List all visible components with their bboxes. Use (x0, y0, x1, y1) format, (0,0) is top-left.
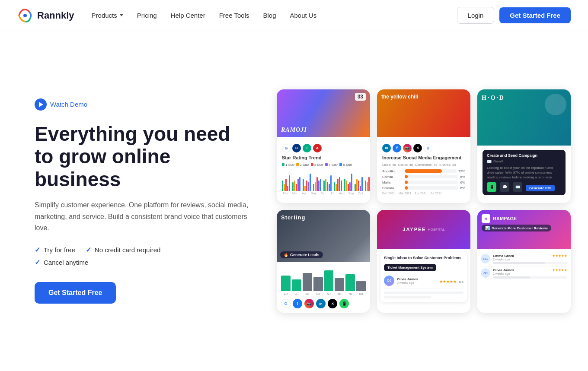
hod-card-body: Create and Send Campaign ✉️ Gmail Lookin… (477, 146, 571, 203)
placeholder-bar-2 (384, 296, 431, 298)
campaign-box: Create and Send Campaign ✉️ Gmail Lookin… (483, 150, 566, 196)
check-cancel: ✓ Cancel anytime (35, 258, 88, 266)
reviewer-time-1: 2 weeks ago (397, 281, 418, 284)
nav-links: Products Pricing Help Center Free Tools … (92, 12, 317, 19)
card-rampage: R RAMPAGE 📊 Generate More Customer Revie… (477, 210, 571, 313)
nav-help-center[interactable]: Help Center (171, 12, 205, 19)
reviewer-info-1: Olivia James 2 weeks ago (397, 277, 418, 284)
instagram-icon-2: 📷 (304, 299, 314, 308)
nav-about-us[interactable]: About Us (290, 12, 317, 19)
navbar-right: Login Get Started Free (457, 7, 571, 24)
inbox-title: Single Inbox to Solve Customer Problems (384, 256, 463, 261)
svg-point-0 (23, 14, 27, 17)
rampage-review-1: EG Emma Greek ★★★★★ 2 weeks ago (481, 252, 567, 266)
jaypee-subtitle: HOSPITAL (428, 228, 445, 231)
jaypee-brand: JAYPEE (403, 227, 426, 232)
card-sterling: Sterling 🔥 Generate Leads 1D2D3D4D5D6D7D… (277, 210, 370, 313)
sterling-brand: Sterling (281, 214, 305, 221)
logo[interactable]: Rannkly (17, 8, 74, 23)
whatsapp-icon-2: 📱 (339, 299, 349, 308)
logo-icon (17, 8, 33, 23)
checkmark-icon-3: ✓ (35, 258, 40, 266)
nav-cta-button[interactable]: Get Started Free (499, 7, 571, 23)
reviewer-avatar-1: OJ (384, 276, 394, 286)
review-bar-2 (493, 276, 567, 279)
bar-row-malia: Malia 6% (382, 181, 465, 184)
review-avatar-1: EG (481, 254, 490, 263)
review-avatar-2: OJ (481, 268, 490, 278)
leads-x-labels: 1D2D3D4D5D6D7D8D (281, 292, 366, 295)
flame-icon: 🔥 (284, 253, 288, 257)
star-rating-chart (282, 169, 365, 191)
sterling-social-icons: G f 📷 in ✕ 📱 (281, 299, 366, 308)
yelp-icon: A (313, 144, 322, 152)
chart-x-labels: FebMarAprMayJunJulAugSepOct (282, 192, 365, 195)
review-name-1: Emma Greek (493, 254, 514, 258)
facebook-icon: f (393, 144, 401, 152)
review-content-2: Olivia James ★★★★★ 2 weeks ago (493, 268, 567, 279)
check-row-2: ✓ Cancel anytime (35, 258, 259, 266)
hero-checks: ✓ Try for free ✓ No credit card required… (35, 246, 259, 266)
engagement-bars: Angelika 72% Camila 6% Malia 6% (382, 169, 465, 190)
hod-brand: H·O·D (482, 94, 505, 101)
hero-cards-grid: 33 RAMOJI G B T A Star Rating Trend 1 St… (277, 89, 571, 313)
check-row-1: ✓ Try for free ✓ No credit card required (35, 246, 259, 254)
review-stars-1: ★★★★★ (552, 254, 567, 258)
divider (384, 289, 463, 289)
navbar-left: Rannkly Products Pricing Help Center Fre… (17, 8, 316, 23)
checkmark-icon: ✓ (35, 246, 40, 254)
rampage-logo-box: R (482, 214, 490, 223)
ramoji-num: 33 (355, 93, 366, 101)
nav-pricing[interactable]: Pricing (137, 12, 157, 19)
gmail-body-text: Looking to boost your online reputation … (487, 165, 561, 180)
navbar: Rannkly Products Pricing Help Center Fre… (0, 0, 588, 31)
twitter-icon: ✕ (413, 144, 422, 152)
rating-stars-1: ★★★★★ 5/5 (439, 277, 463, 285)
nav-blog[interactable]: Blog (263, 12, 276, 19)
linkedin-icon: in (382, 144, 391, 152)
rampage-review-2: OJ Olivia James ★★★★★ 2 weeks ago (481, 266, 567, 280)
linkedin-icon-2: in (316, 299, 326, 308)
nav-free-tools[interactable]: Free Tools (219, 12, 249, 19)
rampage-brand-row: R RAMPAGE (482, 214, 517, 223)
watch-demo-button[interactable]: Watch Demo (35, 98, 87, 111)
rampage-brand: RAMPAGE (493, 216, 517, 221)
yellowchili-social-icons: in f 📷 ✕ G (382, 144, 465, 152)
review-bar-fill-2 (493, 276, 530, 279)
review-content-1: Emma Greek ★★★★★ 2 weeks ago (493, 254, 567, 264)
action-icons: 📱 💬 ✉️ Generate ROI (487, 182, 561, 192)
legend-4star: 4 Star (325, 163, 338, 167)
booking-icon: B (292, 144, 301, 152)
sterling-card-body: 1D2D3D4D5D6D7D8D G f 📷 in ✕ 📱 (277, 262, 370, 313)
login-button[interactable]: Login (457, 7, 495, 24)
hero-headline: Everything you need to grow online busin… (35, 123, 259, 191)
card-jaypee: JAYPEE HOSPITAL Single Inbox to Solve Cu… (377, 210, 470, 313)
whatsapp-icon: 📱 (487, 182, 496, 192)
hero-cta-button[interactable]: Get Started Free (35, 282, 116, 304)
social-stats: Likes: 45 Clicks: 46 Comments: 45 Shares… (382, 163, 465, 167)
campaign-title: Create and Send Campaign (487, 153, 561, 158)
google-icon: G (282, 144, 291, 152)
facebook-icon-2: f (293, 299, 302, 308)
review-bar-1 (493, 262, 567, 264)
hero-left: Watch Demo Everything you need to grow o… (35, 98, 259, 304)
hero-subtext: Simplify customer experience. One platfo… (35, 200, 259, 234)
yellowchili-card-body: in f 📷 ✕ G Increase Social Media Engagem… (377, 137, 470, 200)
review-time-2: 2 weeks ago (493, 272, 567, 275)
brand-name: Rannkly (37, 10, 74, 21)
legend-2star: 2 Star (296, 163, 309, 167)
review-bar-fill-1 (493, 262, 545, 264)
chevron-down-icon (120, 14, 123, 16)
hero-section: Watch Demo Everything you need to grow o… (0, 31, 588, 371)
legend-1star: 1 Star (282, 163, 294, 167)
legend-3star: 3 Star (311, 163, 323, 167)
check-try-free: ✓ Try for free (35, 246, 75, 254)
nav-products[interactable]: Products (92, 12, 123, 19)
rampage-header: R RAMPAGE 📊 Generate More Customer Revie… (477, 210, 571, 249)
message-icon: 💬 (500, 182, 509, 192)
card-ramoji: 33 RAMOJI G B T A Star Rating Trend 1 St… (277, 89, 370, 203)
tripadvisor-icon: T (303, 144, 311, 152)
generate-reviews-label: Generate More Customer Reviews (492, 226, 548, 230)
ramoji-brand: RAMOJI (281, 127, 307, 133)
bar-row-angelika: Angelika 72% (382, 169, 465, 173)
